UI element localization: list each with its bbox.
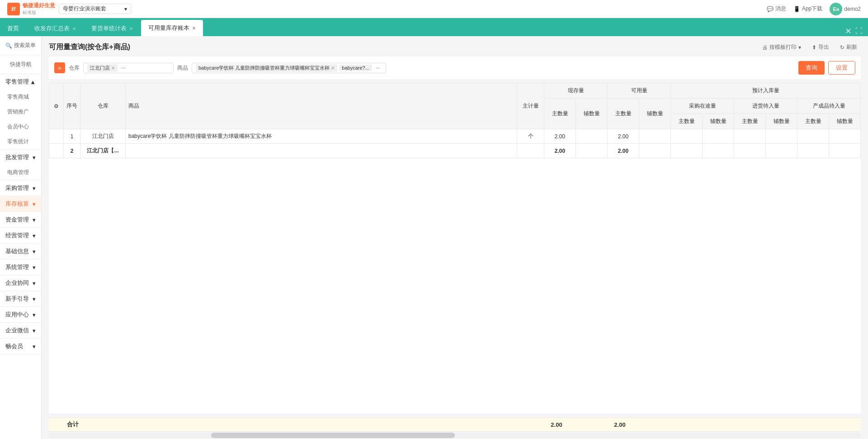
tab-requisition[interactable]: 要货单统计表 ✕ — [84, 21, 140, 36]
sidebar-section-finance-title[interactable]: 资金管理 ▾ — [0, 212, 41, 227]
scrollbar-thumb[interactable] — [211, 433, 455, 438]
sub-brand: 标准版 — [23, 9, 55, 16]
warehouse-tag-close[interactable]: ✕ — [111, 66, 115, 71]
product-more[interactable]: ··· — [374, 65, 382, 71]
chevron-down-icon10: ▾ — [33, 312, 36, 318]
horizontal-scrollbar[interactable] — [49, 433, 861, 438]
sidebar-item-ecommerce[interactable]: 电商管理 — [0, 165, 41, 180]
tab-receipts-close[interactable]: ✕ — [72, 26, 76, 31]
footer-label: 合计 — [49, 420, 121, 429]
content-area: 可用量查询(按仓库+商品) 🖨 按模板打印 ▾ ⬆ 导出 ↻ 刷新 » — [42, 36, 868, 439]
footer-stock-main: 2.00 — [541, 421, 572, 428]
row2-incoming-aux — [766, 144, 797, 158]
sidebar-section-finance: 资金管理 ▾ — [0, 212, 41, 228]
tab-receipts-label: 收发存汇总表 — [34, 24, 70, 33]
tab-inventory-close[interactable]: ✕ — [192, 26, 196, 31]
chevron-down-icon7: ▾ — [33, 264, 36, 271]
message-icon: 💬 — [767, 6, 774, 12]
chevron-down-icon13: ▾ — [798, 44, 801, 51]
row1-production-aux — [829, 129, 861, 144]
row1-stock-main: 2.00 — [544, 129, 576, 144]
header-actions: 🖨 按模板打印 ▾ ⬆ 导出 ↻ 刷新 — [759, 42, 861, 53]
tab-inventory[interactable]: 可用量库存账本 ✕ — [141, 20, 203, 36]
refresh-button[interactable]: ↻ 刷新 — [836, 42, 861, 53]
col-settings-header: ⚙ — [49, 83, 64, 129]
col-available-main-header: 主数量 — [608, 99, 639, 129]
fullscreen-icon[interactable]: ⛶ — [855, 27, 863, 35]
warehouse-filter-input[interactable]: 江北门店 ✕ ··· — [83, 63, 174, 73]
row1-incoming-aux — [766, 129, 797, 144]
sidebar-section-retail-title[interactable]: 零售管理 ▲ — [0, 74, 41, 90]
brand-info: 畅捷通好生意 标准版 — [23, 2, 55, 16]
chevron-down-icon6: ▾ — [33, 248, 36, 255]
tab-requisition-close[interactable]: ✕ — [129, 26, 133, 31]
tab-home[interactable]: 首页 — [0, 21, 26, 36]
sidebar-section-operations-title[interactable]: 经营管理 ▾ — [0, 228, 41, 243]
sidebar-section-wechat-title[interactable]: 企业微信 ▾ — [0, 323, 41, 338]
chevron-down-icon5: ▾ — [33, 232, 36, 239]
product-tag-1-close[interactable]: ✕ — [331, 66, 335, 71]
message-button[interactable]: 💬 消息 — [767, 5, 786, 13]
sidebar-section-appstore-title[interactable]: 应用中心 ▾ — [0, 307, 41, 322]
sidebar-section-member-title[interactable]: 畅会员 ▾ — [0, 339, 41, 354]
row2-settings — [49, 144, 64, 158]
query-button[interactable]: 查询 — [798, 61, 825, 75]
sidebar-item-retail-stats[interactable]: 零售统计 — [0, 134, 41, 149]
product-tag-1: babycare学饮杯 儿童防摔防撞吸管杯重力球吸嘴杯宝宝水杯 ✕ — [196, 64, 337, 72]
col-incoming-aux-header: 辅数量 — [766, 114, 797, 129]
chevron-down-icon9: ▾ — [33, 296, 36, 302]
top-bar: 好 畅捷通好生意 标准版 母婴行业演示账套 ▾ 💬 消息 📱 App下载 Ea … — [0, 0, 868, 18]
search-menu-button[interactable]: 🔍 搜索菜单 — [4, 40, 38, 51]
row2-production-aux — [829, 144, 861, 158]
sidebar-item-quicknav[interactable]: 快捷导航 — [0, 57, 41, 72]
filter-action-buttons: 查询 设置 — [798, 61, 855, 75]
warehouse-more[interactable]: ··· — [119, 65, 127, 71]
warehouse-tag: 江北门店 ✕ — [87, 64, 118, 72]
settings-icon[interactable]: ⚙ — [54, 103, 59, 109]
row1-num: 1 — [64, 129, 80, 144]
close-all-icon[interactable]: ✕ — [845, 26, 852, 36]
filter-expand-button[interactable]: » — [54, 62, 65, 73]
app-download-button[interactable]: 📱 App下载 — [793, 5, 822, 13]
sidebar-item-retail-store[interactable]: 零售商城 — [0, 90, 41, 104]
industry-select[interactable]: 母婴行业演示账套 ▾ — [59, 4, 131, 14]
sidebar-section-purchase-title[interactable]: 采购管理 ▾ — [0, 180, 41, 196]
sidebar-section-guide: 新手引导 ▾ — [0, 291, 41, 307]
sidebar-section-purchase: 采购管理 ▾ — [0, 180, 41, 196]
col-purchase-aux-header: 辅数量 — [703, 114, 734, 129]
row1-warehouse: 江北门店 — [80, 129, 126, 144]
sidebar-section-enterprise-title[interactable]: 企业协同 ▾ — [0, 275, 41, 291]
product-filter-input[interactable]: babycare学饮杯 儿童防摔防撞吸管杯重力球吸嘴杯宝宝水杯 ✕ babyca… — [192, 63, 386, 73]
sidebar-section-system: 系统管理 ▾ — [0, 260, 41, 275]
tab-inventory-label: 可用量库存账本 — [148, 24, 189, 32]
top-bar-left: 好 畅捷通好生意 标准版 母婴行业演示账套 ▾ — [7, 2, 131, 16]
row1-stock-aux — [576, 129, 608, 144]
search-icon: 🔍 — [5, 42, 12, 49]
sidebar-section-system-title[interactable]: 系统管理 ▾ — [0, 260, 41, 275]
table-row: 1 江北门店 babycare学饮杯 儿童防摔防撞吸管杯重力球吸嘴杯宝宝水杯 个… — [49, 129, 861, 144]
tab-bar: 首页 收发存汇总表 ✕ 要货单统计表 ✕ 可用量库存账本 ✕ ✕ ⛶ — [0, 18, 868, 36]
sidebar-section-inventory-title[interactable]: 库存核算 ▾ — [0, 196, 41, 212]
settings-button[interactable]: 设置 — [828, 61, 855, 75]
chevron-down-icon12: ▾ — [33, 343, 36, 350]
sidebar-section-inventory: 库存核算 ▾ — [0, 196, 41, 212]
sidebar-section-guide-title[interactable]: 新手引导 ▾ — [0, 291, 41, 307]
footer-available-main: 2.00 — [604, 421, 636, 428]
sidebar-section-operations: 经营管理 ▾ — [0, 228, 41, 244]
sidebar-section-member: 畅会员 ▾ — [0, 339, 41, 354]
user-profile[interactable]: Ea demo2 — [830, 3, 861, 15]
sidebar-section-basic-title[interactable]: 基础信息 ▾ — [0, 244, 41, 259]
chevron-down-icon: ▾ — [124, 6, 127, 12]
tab-home-label: 首页 — [7, 24, 19, 33]
col-warehouse-header: 仓库 — [80, 83, 126, 129]
col-forecast-group-header: 预计入库量 — [671, 83, 861, 99]
print-button[interactable]: 🖨 按模板打印 ▾ — [759, 42, 805, 53]
sidebar: 🔍 搜索菜单 快捷导航 零售管理 ▲ 零售商城 营销推广 会员中心 零售统计 批… — [0, 36, 42, 439]
export-button[interactable]: ⬆ 导出 — [808, 42, 833, 53]
tab-receipts[interactable]: 收发存汇总表 ✕ — [27, 21, 83, 36]
row2-stock-main: 2.00 — [544, 144, 576, 158]
col-available-group-header: 可用量 — [608, 83, 671, 99]
sidebar-item-marketing[interactable]: 营销推广 — [0, 104, 41, 119]
sidebar-item-members[interactable]: 会员中心 — [0, 119, 41, 134]
sidebar-section-wholesale-title[interactable]: 批发管理 ▾ — [0, 150, 41, 165]
